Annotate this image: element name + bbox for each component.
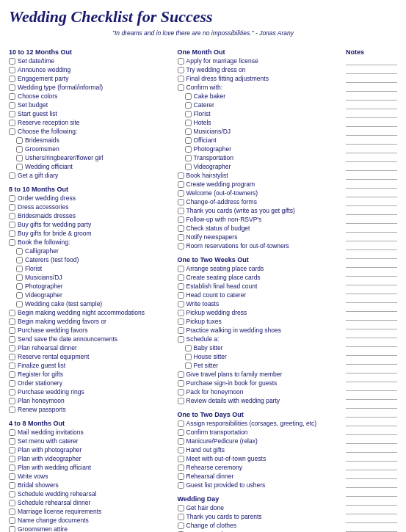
checkbox[interactable] <box>178 172 184 179</box>
checkbox[interactable] <box>9 76 15 82</box>
checkbox[interactable] <box>9 67 15 73</box>
checkbox[interactable] <box>16 137 23 144</box>
checkbox[interactable] <box>9 473 15 480</box>
checkbox[interactable] <box>9 222 15 228</box>
checkbox[interactable] <box>185 362 192 369</box>
checkbox[interactable] <box>9 213 15 219</box>
checkbox[interactable] <box>9 398 15 404</box>
checkbox[interactable] <box>178 429 184 436</box>
checkbox[interactable] <box>178 482 184 489</box>
checkbox[interactable] <box>9 389 15 396</box>
checkbox[interactable] <box>178 225 184 232</box>
checkbox[interactable] <box>185 120 192 126</box>
checkbox[interactable] <box>178 318 184 325</box>
checkbox[interactable] <box>178 199 184 205</box>
checkbox[interactable] <box>9 500 15 506</box>
checkbox[interactable] <box>178 327 184 334</box>
checkbox[interactable] <box>178 76 184 82</box>
checkbox[interactable] <box>9 204 15 211</box>
checkbox[interactable] <box>185 146 192 153</box>
checkbox[interactable] <box>9 318 15 325</box>
checkbox[interactable] <box>16 257 23 263</box>
checkbox[interactable] <box>9 93 15 100</box>
checkbox[interactable] <box>16 283 23 290</box>
checkbox[interactable] <box>178 243 184 249</box>
checkbox[interactable] <box>9 509 15 515</box>
checkbox[interactable] <box>16 301 23 307</box>
checkbox[interactable] <box>9 447 15 453</box>
checkbox[interactable] <box>178 310 184 316</box>
checkbox[interactable] <box>9 438 15 445</box>
checkbox[interactable] <box>9 526 15 532</box>
checkbox[interactable] <box>178 456 184 462</box>
checkbox[interactable] <box>9 429 15 436</box>
checkbox[interactable] <box>185 155 192 161</box>
checkbox[interactable] <box>178 464 184 471</box>
checkbox[interactable] <box>185 164 192 170</box>
checkbox[interactable] <box>9 195 15 202</box>
checkbox[interactable] <box>178 58 184 65</box>
checkbox[interactable] <box>178 67 184 73</box>
checkbox[interactable] <box>9 407 15 413</box>
checkbox[interactable] <box>9 345 15 351</box>
checkbox[interactable] <box>16 248 23 255</box>
checkbox[interactable] <box>9 172 15 179</box>
checkbox[interactable] <box>185 93 192 100</box>
checkbox[interactable] <box>178 473 184 480</box>
checkbox[interactable] <box>185 354 192 360</box>
checkbox[interactable] <box>9 354 15 360</box>
checkbox[interactable] <box>9 491 15 498</box>
checkbox[interactable] <box>178 208 184 214</box>
checkbox[interactable] <box>9 362 15 369</box>
checkbox[interactable] <box>16 274 23 281</box>
checkbox[interactable] <box>178 274 184 281</box>
checkbox[interactable] <box>178 505 184 511</box>
checkbox[interactable] <box>185 345 192 351</box>
checkbox[interactable] <box>9 84 15 91</box>
checkbox[interactable] <box>178 447 184 453</box>
checkbox[interactable] <box>178 371 184 378</box>
checkbox[interactable] <box>178 336 184 343</box>
checkbox[interactable] <box>16 292 23 299</box>
checkbox[interactable] <box>178 380 184 387</box>
checkbox[interactable] <box>9 336 15 343</box>
checkbox[interactable] <box>178 181 184 188</box>
checkbox[interactable] <box>16 164 23 170</box>
checkbox[interactable] <box>9 482 15 489</box>
checkbox[interactable] <box>185 111 192 117</box>
checkbox[interactable] <box>178 84 184 91</box>
checkbox[interactable] <box>16 146 23 153</box>
checkbox[interactable] <box>185 102 192 109</box>
checkbox[interactable] <box>9 456 15 462</box>
checkbox[interactable] <box>9 464 15 471</box>
checkbox[interactable] <box>9 230 15 237</box>
checkbox[interactable] <box>178 438 184 445</box>
checkbox[interactable] <box>178 301 184 307</box>
checkbox[interactable] <box>185 137 192 144</box>
checkbox[interactable] <box>9 58 15 65</box>
checkbox[interactable] <box>178 283 184 290</box>
checkbox[interactable] <box>178 420 184 427</box>
checkbox[interactable] <box>9 380 15 387</box>
checkbox[interactable] <box>9 120 15 126</box>
checkbox[interactable] <box>178 190 184 197</box>
checkbox[interactable] <box>178 398 184 404</box>
checkbox[interactable] <box>9 371 15 378</box>
checkbox[interactable] <box>9 517 15 524</box>
checkbox[interactable] <box>9 111 15 117</box>
checkbox[interactable] <box>178 389 184 396</box>
checkbox[interactable] <box>178 292 184 299</box>
checkbox[interactable] <box>16 266 23 272</box>
checkbox[interactable] <box>178 266 184 272</box>
checkbox[interactable] <box>9 239 15 246</box>
checkbox[interactable] <box>9 327 15 334</box>
checkbox[interactable] <box>178 234 184 241</box>
checkbox[interactable] <box>9 310 15 316</box>
checkbox[interactable] <box>9 128 15 135</box>
checkbox[interactable] <box>178 216 184 223</box>
checkbox[interactable] <box>16 155 23 161</box>
checkbox[interactable] <box>178 522 184 529</box>
checkbox[interactable] <box>9 102 15 109</box>
checkbox[interactable] <box>178 514 184 520</box>
checkbox[interactable] <box>185 128 192 135</box>
